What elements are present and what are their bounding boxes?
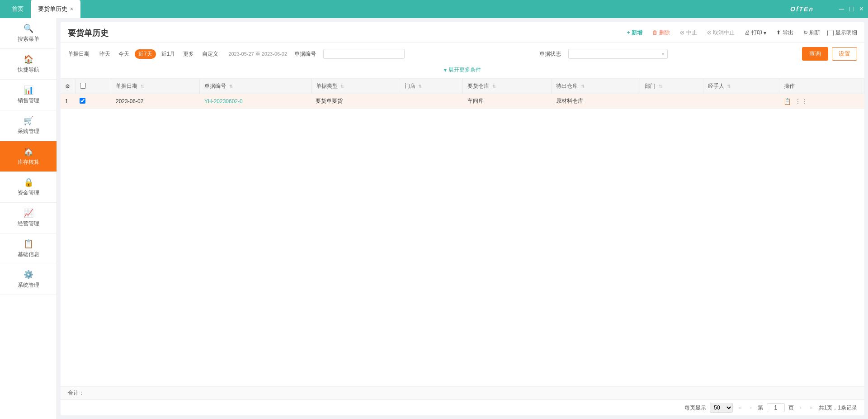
date-btn-1month[interactable]: 近1月: [159, 49, 178, 59]
page-suffix: 页: [788, 404, 794, 412]
toolbar: + 新增 🗑 删除 ⊘ 中止 ⊘ 取消中止 🖨 打印 ▾ ⬆ 导出 ↻ 刷新 显…: [624, 27, 857, 38]
col-doc-type-sort-icon[interactable]: ⇅: [340, 84, 344, 89]
row-req-warehouse: 车间库: [463, 94, 552, 109]
settings-button[interactable]: 设置: [832, 47, 857, 61]
sidebar-item-purchase-mgmt[interactable]: 🛒 采购管理: [0, 110, 57, 141]
operations-mgmt-icon: 📈: [24, 208, 33, 218]
doc-status-label: 单据状态: [539, 50, 561, 58]
page-prev-btn[interactable]: ‹: [748, 404, 754, 412]
window-controls: ─ □ ×: [839, 5, 863, 13]
data-table: ⚙ 单据日期 ⇅ 单据编号 ⇅ 单据类型 ⇅: [61, 79, 864, 109]
sidebar-item-inventory[interactable]: 🏠 库存核算: [0, 141, 57, 172]
sidebar-item-label: 库存核算: [18, 158, 39, 166]
sidebar-item-sales-mgmt[interactable]: 📊 销售管理: [0, 80, 57, 110]
sidebar-item-label: 快捷导航: [18, 66, 39, 74]
col-store-sort-icon[interactable]: ⇅: [418, 84, 422, 89]
page-number-input[interactable]: [767, 403, 785, 412]
main-layout: 🔍 搜索菜单 🏠 快捷导航 📊 销售管理 🛒 采购管理 🏠 库存核算 🔒 资金管…: [0, 18, 868, 419]
table-row: 1 2023-06-02 YH-20230602-0 要货单要货 车间库 原材料…: [61, 94, 864, 109]
inventory-icon: 🏠: [24, 147, 33, 157]
print-button[interactable]: 🖨 打印 ▾: [742, 27, 769, 38]
maximize-icon[interactable]: □: [849, 5, 854, 13]
doc-status-input[interactable]: [568, 49, 668, 59]
sidebar-item-finance-mgmt[interactable]: 🔒 资金管理: [0, 172, 57, 203]
new-button[interactable]: + 新增: [624, 27, 645, 38]
row-doc-number: YH-20230602-0: [200, 94, 311, 109]
sidebar-item-label: 基础信息: [18, 251, 39, 258]
expand-more-btn[interactable]: ▾ 展开更多条件: [68, 64, 857, 76]
sidebar-item-search-menu[interactable]: 🔍 搜索菜单: [0, 18, 57, 49]
sidebar-item-label: 搜索菜单: [18, 35, 39, 43]
row-actions: 📋 ⋮⋮: [779, 94, 864, 109]
export-button[interactable]: ⬆ 导出: [774, 27, 796, 38]
col-pending-warehouse-sort-icon[interactable]: ⇅: [581, 84, 585, 89]
content-area: 要货单历史 + 新增 🗑 删除 ⊘ 中止 ⊘ 取消中止 🖨 打印 ▾ ⬆ 导出 …: [61, 22, 864, 415]
sales-mgmt-icon: 📊: [24, 85, 33, 95]
date-btn-custom[interactable]: 自定义: [199, 49, 221, 59]
col-store: 门店 ⇅: [400, 79, 463, 94]
tab-bar: 首页 要货单历史 ×: [5, 0, 80, 18]
search-menu-icon: 🔍: [24, 24, 33, 33]
sidebar-item-system-mgmt[interactable]: ⚙️ 系统管理: [0, 264, 57, 295]
close-icon[interactable]: ×: [859, 5, 863, 13]
per-page-select[interactable]: 50 100 200: [710, 403, 733, 413]
row-edit-icon[interactable]: 📋: [783, 98, 791, 105]
doc-number-link[interactable]: YH-20230602-0: [204, 98, 243, 105]
col-doc-number-sort-icon[interactable]: ⇅: [229, 84, 233, 89]
date-filter-label: 单据日期: [68, 50, 90, 58]
date-btn-more[interactable]: 更多: [180, 49, 197, 59]
filter-bar: 单据日期 昨天 今天 近7天 近1月 更多 自定义 2023-05-27 至 2…: [61, 43, 864, 79]
row-checkbox: [75, 94, 111, 109]
col-settings[interactable]: ⚙: [61, 79, 75, 94]
row-handler: [703, 94, 779, 109]
cancel-stop-button[interactable]: ⊘ 取消中止: [704, 27, 737, 38]
date-btn-today[interactable]: 今天: [116, 49, 132, 59]
col-handler-sort-icon[interactable]: ⇅: [727, 84, 731, 89]
col-department: 部门 ⇅: [640, 79, 703, 94]
show-detail-toggle[interactable]: 显示明细: [827, 29, 857, 37]
col-doc-date: 单据日期 ⇅: [111, 79, 200, 94]
date-btn-yesterday[interactable]: 昨天: [97, 49, 113, 59]
quick-nav-icon: 🏠: [24, 54, 33, 64]
row-select-checkbox[interactable]: [80, 98, 85, 104]
col-req-warehouse-sort-icon[interactable]: ⇅: [492, 84, 496, 89]
doc-status-dropdown-icon: ▾: [662, 52, 664, 57]
tab-close-icon[interactable]: ×: [70, 6, 73, 12]
col-checkbox: [75, 79, 111, 94]
date-btn-7days[interactable]: 近7天: [135, 49, 156, 59]
sidebar-item-operations-mgmt[interactable]: 📈 经营管理: [0, 203, 57, 233]
expand-more-icon: ▾: [444, 67, 447, 73]
filter-row-1: 单据日期 昨天 今天 近7天 近1月 更多 自定义 2023-05-27 至 2…: [68, 47, 857, 61]
table-footer: 合计：: [61, 386, 864, 400]
row-index: 1: [61, 94, 75, 109]
sidebar-item-basic-info[interactable]: 📋 基础信息: [0, 233, 57, 264]
row-more-icon[interactable]: ⋮⋮: [795, 98, 807, 105]
brand-label: OfTEn: [790, 5, 814, 13]
date-range-display: 2023-05-27 至 2023-06-02: [228, 51, 287, 57]
refresh-button[interactable]: ↻ 刷新: [801, 27, 823, 38]
tab-purchase-history[interactable]: 要货单历史 ×: [31, 0, 80, 18]
col-doc-date-sort-icon[interactable]: ⇅: [141, 84, 144, 89]
show-detail-checkbox[interactable]: [827, 30, 834, 36]
sidebar-item-label: 销售管理: [18, 97, 39, 105]
stop-button[interactable]: ⊘ 中止: [677, 27, 699, 38]
tab-home[interactable]: 首页: [5, 0, 31, 18]
sidebar-item-quick-nav[interactable]: 🏠 快捷导航: [0, 49, 57, 80]
page-first-btn[interactable]: «: [736, 404, 744, 412]
page-last-btn[interactable]: »: [807, 404, 815, 412]
row-store: [400, 94, 463, 109]
select-all-checkbox[interactable]: [80, 83, 86, 89]
filter-actions: 查询 设置: [802, 47, 857, 61]
delete-button[interactable]: 🗑 删除: [650, 27, 673, 38]
query-button[interactable]: 查询: [802, 47, 828, 61]
minimize-icon[interactable]: ─: [839, 5, 844, 13]
sidebar-item-label: 资金管理: [18, 189, 39, 197]
page-title: 要货单历史: [68, 28, 108, 38]
col-doc-number: 单据编号 ⇅: [200, 79, 311, 94]
col-department-sort-icon[interactable]: ⇅: [659, 84, 662, 89]
doc-number-input[interactable]: [323, 49, 405, 59]
sidebar-item-label: 采购管理: [18, 128, 39, 135]
print-dropdown-icon: ▾: [764, 30, 766, 36]
page-next-btn[interactable]: ›: [797, 404, 804, 412]
sidebar: 🔍 搜索菜单 🏠 快捷导航 📊 销售管理 🛒 采购管理 🏠 库存核算 🔒 资金管…: [0, 18, 57, 419]
